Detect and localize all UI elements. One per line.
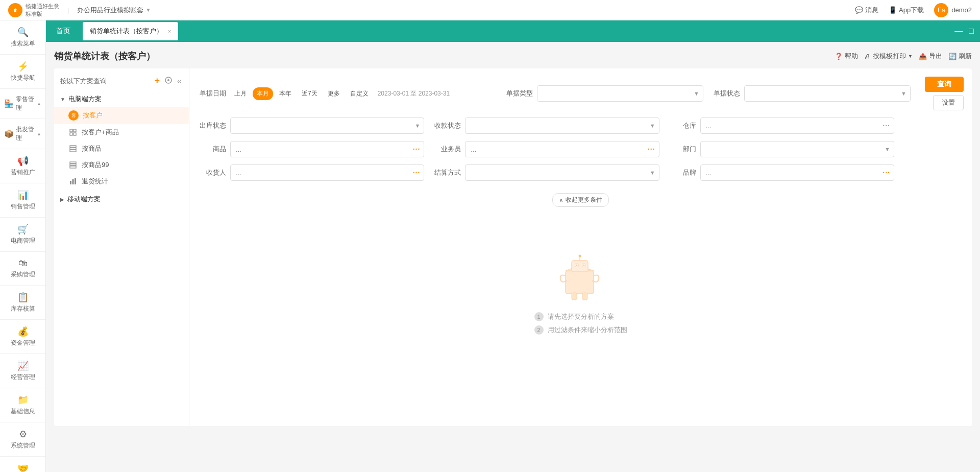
- tab-home[interactable]: 首页: [46, 20, 81, 42]
- sidebar-item-finance[interactable]: 💰 资金管理: [0, 320, 45, 354]
- sidebar-item-basic-info[interactable]: 📁 基础信息: [0, 388, 45, 422]
- message-button[interactable]: 💬 消息: [855, 6, 878, 15]
- scheme-item-by-goods[interactable]: 按商品: [54, 140, 189, 157]
- goods-input[interactable]: [230, 141, 424, 157]
- tab-minimize-button[interactable]: —: [952, 25, 965, 38]
- scheme-item-return-stats[interactable]: 退货统计: [54, 173, 189, 190]
- svg-point-21: [583, 265, 584, 266]
- date-tab-this-year[interactable]: 本年: [275, 87, 296, 100]
- svg-rect-6: [74, 133, 76, 135]
- scheme-group-desktop: ▼ 电脑端方案 客 按客户: [54, 91, 189, 190]
- brand-input[interactable]: [700, 164, 894, 181]
- date-filter-label: 单据日期: [198, 89, 226, 98]
- settlement-control: ▼: [465, 164, 659, 181]
- salesperson-input[interactable]: [465, 141, 659, 157]
- scheme-add-button[interactable]: +: [154, 75, 161, 87]
- svg-rect-5: [70, 133, 72, 135]
- svg-point-23: [578, 255, 581, 257]
- department-select[interactable]: [700, 141, 894, 157]
- salesperson-filter-group: 业务员 ···: [432, 141, 659, 157]
- help-button[interactable]: ❓ 帮助: [835, 52, 858, 61]
- date-tab-this-month[interactable]: 本月: [253, 87, 273, 100]
- brand-label: 品牌: [668, 168, 696, 177]
- scheme-group-mobile-header[interactable]: ▶ 移动端方案: [54, 192, 189, 207]
- date-tab-last-7[interactable]: 近7天: [298, 87, 322, 100]
- tab-close-button[interactable]: ×: [168, 28, 171, 34]
- template-print-button[interactable]: 🖨 按模板打印 ▼: [864, 52, 913, 61]
- sidebar-item-inventory[interactable]: 📋 库存核算: [0, 286, 45, 320]
- top-bar-left: 畅捷通好生意 标准版 | 办公用品行业模拟账套 ▼: [8, 3, 151, 17]
- industry-selector[interactable]: 办公用品行业模拟账套 ▼: [77, 6, 151, 15]
- scheme-group-label: 移动端方案: [67, 195, 101, 204]
- receipt-status-select[interactable]: [465, 117, 659, 134]
- sidebar-item-purchase[interactable]: 🛍 采购管理: [0, 252, 45, 286]
- warehouse-control: ···: [700, 117, 894, 134]
- scheme-table2-icon: [68, 160, 78, 170]
- scheme-item-by-goods-99[interactable]: 按商品99: [54, 157, 189, 173]
- scheme-item-by-customer-goods[interactable]: 按客户+商品: [54, 124, 189, 140]
- inventory-icon: 📋: [17, 292, 29, 303]
- date-tab-prev-month[interactable]: 上月: [230, 87, 251, 100]
- scheme-edit-button[interactable]: [164, 76, 173, 86]
- settlement-select[interactable]: [465, 164, 659, 181]
- content-area: 首页 销货单统计表（按客户） × — □ 销货单统计表（按客户） ❓: [46, 20, 980, 472]
- collapse-bar: ∧ 收起更多条件: [198, 188, 964, 212]
- sidebar-item-label: 基础信息: [11, 407, 35, 416]
- scheme-item-label: 按商品99: [82, 160, 109, 170]
- doc-type-label: 单据类型: [504, 89, 533, 98]
- consignee-label: 收货人: [198, 168, 226, 177]
- doc-status-select[interactable]: [744, 85, 911, 102]
- sidebar-item-sales[interactable]: 📊 销售管理: [0, 183, 45, 218]
- tab-label: 销货单统计表（按客户）: [90, 27, 163, 36]
- app-download-button[interactable]: 📱 App下载: [889, 6, 924, 15]
- user-profile[interactable]: Ea demo2: [934, 3, 972, 17]
- tab-active[interactable]: 销货单统计表（按客户） ×: [83, 22, 178, 40]
- svg-rect-16: [566, 271, 594, 294]
- search-menu-icon: 🔍: [17, 27, 29, 38]
- consignee-input[interactable]: [230, 164, 424, 181]
- scheme-item-label: 退货统计: [82, 177, 108, 186]
- out-status-select[interactable]: [230, 117, 424, 134]
- export-button[interactable]: 📤 导出: [919, 52, 942, 61]
- scheme-item-by-customer[interactable]: 客 按客户: [54, 107, 189, 124]
- refresh-button[interactable]: 🔄 刷新: [948, 52, 972, 61]
- quick-nav-icon: ⚡: [17, 61, 29, 72]
- doc-type-filter-group: 单据类型 ▼: [504, 85, 703, 102]
- message-icon: 💬: [855, 6, 863, 14]
- svg-point-2: [167, 79, 169, 81]
- top-bar: 畅捷通好生意 标准版 | 办公用品行业模拟账套 ▼ 💬 消息 📱 App下载 E…: [0, 0, 980, 20]
- date-filter-group: 单据日期 上月 本月 本年 近7天 更多 自定义: [198, 87, 496, 100]
- logo-icon: [8, 3, 22, 17]
- sidebar-item-operation[interactable]: 📈 经营管理: [0, 354, 45, 388]
- sidebar-item-system[interactable]: ⚙ 系统管理: [0, 422, 45, 457]
- query-button[interactable]: 查询: [925, 77, 964, 92]
- scheme-collapse-button[interactable]: «: [176, 76, 183, 87]
- doc-type-select[interactable]: [537, 85, 703, 102]
- consignee-control: ···: [230, 164, 424, 181]
- sidebar-item-label: 销售管理: [11, 202, 35, 211]
- sidebar-item-marketing[interactable]: 📢 营销推广: [0, 149, 45, 183]
- salesperson-control: ···: [465, 141, 659, 157]
- collapse-more-label: 收起更多条件: [566, 196, 602, 204]
- sidebar-item-retail[interactable]: 🏪 零售管理 ▲: [0, 89, 45, 119]
- retail-icon: 🏪: [4, 99, 14, 108]
- collapse-more-button[interactable]: ∧ 收起更多条件: [552, 193, 609, 207]
- sidebar-item-quick-nav[interactable]: ⚡ 快捷导航: [0, 55, 45, 89]
- date-tab-more[interactable]: 更多: [324, 87, 344, 100]
- sidebar-item-cooperation[interactable]: 🤝 企业协同: [0, 457, 45, 472]
- scheme-group-desktop-header[interactable]: ▼ 电脑端方案: [54, 91, 189, 107]
- sidebar-item-wholesale[interactable]: 📦 批发管理 ▲: [0, 119, 45, 149]
- sidebar-item-label: 经营管理: [11, 373, 35, 382]
- filter-panel: 单据日期 上月 本月 本年 近7天 更多 自定义: [189, 68, 972, 426]
- department-control: ▼: [700, 141, 894, 157]
- date-tab-custom[interactable]: 自定义: [346, 87, 373, 100]
- sidebar-item-search-menu[interactable]: 🔍 搜索菜单: [0, 20, 45, 55]
- warehouse-input[interactable]: [700, 117, 894, 134]
- tab-maximize-button[interactable]: □: [967, 25, 976, 38]
- settlement-filter-group: 结算方式 ▼: [432, 164, 659, 181]
- settings-button[interactable]: 设置: [933, 95, 964, 110]
- sidebar-item-ecommerce[interactable]: 🛒 电商管理: [0, 218, 45, 252]
- page-header: 销货单统计表（按客户） ❓ 帮助 🖨 按模板打印 ▼ 📤: [54, 50, 972, 62]
- two-panel: 按以下方案查询 + « ▼: [54, 68, 972, 426]
- date-range: 2023-03-01 至 2023-03-31: [378, 89, 450, 98]
